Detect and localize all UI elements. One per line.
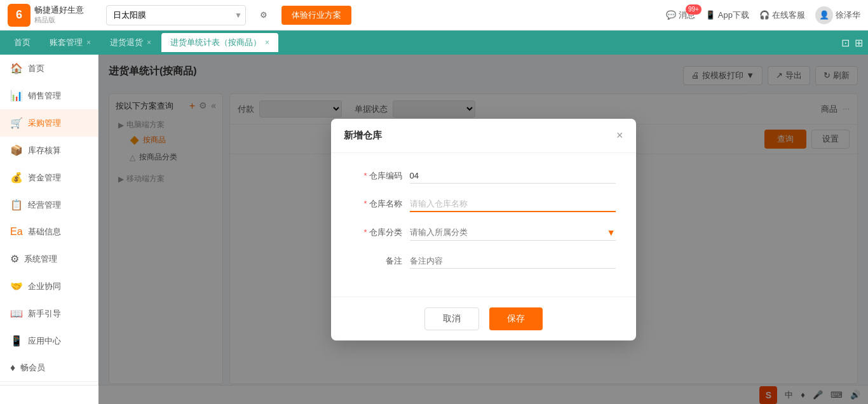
sidebar-item-inventory[interactable]: 📦 库存核算 [0, 137, 98, 164]
sales-icon: 📊 [10, 90, 23, 102]
message-btn[interactable]: 💬 消息 99+ [666, 10, 695, 21]
sidebar-inventory-label: 库存核算 [28, 145, 61, 156]
sidebar-system-label: 系统管理 [24, 253, 57, 265]
modal-close-btn[interactable]: × [616, 129, 623, 142]
user-area[interactable]: 👤 徐泽华 [815, 6, 860, 24]
message-badge: 99+ [686, 4, 702, 15]
sidebar-management-label: 经营管理 [28, 199, 61, 211]
settings-icon[interactable]: ⚙ [254, 5, 274, 25]
tab-purchase-return-close[interactable]: × [147, 38, 151, 47]
tab-account-close[interactable]: × [86, 38, 91, 47]
appstore-icon: 📱 [10, 335, 23, 347]
tab-account[interactable]: 账套管理 × [41, 33, 100, 52]
inventory-icon: 📦 [10, 144, 23, 156]
sidebar-item-member[interactable]: ♦ 畅会员 [0, 354, 98, 381]
code-input[interactable] [410, 168, 616, 184]
form-row-category: 仓库分类 ▼ [351, 225, 616, 241]
tab-account-label: 账套管理 [50, 37, 83, 48]
name-input[interactable] [410, 196, 616, 212]
sidebar-item-basic-info[interactable]: Ea 基础信息 [0, 219, 98, 245]
avatar: 👤 [815, 6, 833, 24]
tab-home-label: 首页 [14, 37, 31, 48]
username: 徐泽华 [836, 10, 860, 21]
modal-header: 新增仓库 × [331, 119, 636, 153]
name-label: 仓库名称 [351, 198, 402, 210]
sidebar-item-enterprise[interactable]: 🤝 企业协同 [0, 273, 98, 300]
sidebar-item-guide[interactable]: 📖 新手引导 [0, 300, 98, 327]
experience-btn[interactable]: 体验行业方案 [281, 6, 351, 25]
purchase-icon: 🛒 [10, 117, 23, 129]
sidebar-item-home[interactable]: 🏠 首页 [0, 55, 98, 82]
message-icon: 💬 [666, 10, 676, 20]
sidebar-purchase-label: 采购管理 [28, 118, 61, 129]
app-download-btn[interactable]: 📱 App下载 [705, 10, 749, 21]
tab-purchase-return[interactable]: 进货退货 × [101, 33, 160, 52]
sidebar-item-sales[interactable]: 📊 销售管理 [0, 82, 98, 109]
tab-restore-icon[interactable]: ⊡ [841, 37, 850, 49]
top-header: 6 畅捷通好生意 精品版 ▼ ⚙ 体验行业方案 💬 消息 99+ 📱 App下载… [0, 0, 868, 30]
basic-info-icon: Ea [10, 226, 23, 238]
tab-expand-icon[interactable]: ⊞ [855, 37, 863, 49]
tab-purchase-return-label: 进货退货 [110, 37, 143, 48]
modal-body: 仓库编码 仓库名称 仓库分类 ▼ [331, 153, 636, 297]
cancel-btn[interactable]: 取消 [424, 307, 479, 330]
guide-icon: 📖 [10, 307, 23, 320]
code-label: 仓库编码 [351, 170, 402, 182]
sidebar-sales-label: 销售管理 [28, 90, 61, 102]
logo-icon: 6 [8, 4, 31, 27]
online-service-label: 在线客服 [772, 10, 805, 21]
note-input[interactable] [410, 253, 616, 269]
system-icon: ⚙ [10, 253, 19, 265]
sidebar-basic-info-label: 基础信息 [28, 226, 61, 238]
tab-purchase-stats-label: 进货单统计表（按商品） [170, 37, 261, 48]
home-icon: 🏠 [10, 62, 23, 74]
sidebar-guide-label: 新手引导 [28, 308, 61, 320]
modal-title: 新增仓库 [344, 130, 382, 142]
mobile-icon: 📱 [705, 10, 715, 20]
modal-footer: 取消 保存 [331, 297, 636, 340]
sidebar-item-purchase[interactable]: 🛒 采购管理 [0, 109, 98, 137]
modal-add-warehouse: 新增仓库 × 仓库编码 仓库名称 仓库分类 [331, 119, 636, 340]
app-dl-label: App下载 [718, 10, 749, 21]
sidebar-finance-label: 资金管理 [28, 172, 61, 184]
content-area: 进货单统计(按商品) 🖨 按模板打印 ▼ ↗ 导出 ↻ 刷新 [98, 55, 868, 404]
tab-bar: 首页 账套管理 × 进货退货 × 进货单统计表（按商品） × ⊡ ⊞ [0, 30, 868, 55]
enterprise-icon: 🤝 [10, 280, 23, 292]
category-label: 仓库分类 [351, 227, 402, 238]
form-row-code: 仓库编码 [351, 168, 616, 184]
sidebar-enterprise-label: 企业协同 [28, 281, 61, 292]
sidebar-member-label: 畅会员 [20, 362, 45, 374]
tab-icons: ⊡ ⊞ [841, 37, 863, 49]
online-service-btn[interactable]: 🎧 在线客服 [759, 10, 805, 21]
sidebar-item-finance[interactable]: 💰 资金管理 [0, 164, 98, 191]
modal-overlay: 新增仓库 × 仓库编码 仓库名称 仓库分类 [98, 55, 868, 404]
note-label: 备注 [351, 255, 402, 267]
sidebar: 🏠 首页 📊 销售管理 🛒 采购管理 📦 库存核算 💰 资金管理 📋 经营管理 … [0, 55, 98, 404]
sidebar-item-management[interactable]: 📋 经营管理 [0, 191, 98, 219]
sidebar-home-label: 首页 [28, 63, 44, 74]
app-name: 畅捷通好生意 [34, 5, 84, 16]
form-row-note: 备注 [351, 253, 616, 269]
category-input[interactable] [410, 227, 607, 237]
app-sub: 精品版 [34, 15, 84, 25]
header-right: 💬 消息 99+ 📱 App下载 🎧 在线客服 👤 徐泽华 [666, 6, 860, 24]
member-icon: ♦ [10, 362, 15, 374]
category-dropdown-icon[interactable]: ▼ [607, 227, 616, 238]
category-select[interactable]: ▼ [410, 225, 616, 241]
sidebar-item-appstore[interactable]: 📱 应用中心 [0, 327, 98, 354]
sidebar-item-system[interactable]: ⚙ 系统管理 [0, 245, 98, 273]
finance-icon: 💰 [10, 172, 23, 184]
header-search-area: ▼ [106, 5, 246, 25]
search-input[interactable] [106, 5, 246, 25]
search-dropdown-icon[interactable]: ▼ [234, 11, 242, 20]
management-icon: 📋 [10, 199, 23, 211]
sidebar-appstore-label: 应用中心 [28, 335, 61, 347]
tab-home[interactable]: 首页 [5, 33, 39, 52]
headset-icon: 🎧 [759, 10, 770, 20]
main-layout: 🏠 首页 📊 销售管理 🛒 采购管理 📦 库存核算 💰 资金管理 📋 经营管理 … [0, 55, 868, 404]
tab-purchase-stats[interactable]: 进货单统计表（按商品） × [161, 33, 278, 52]
save-btn[interactable]: 保存 [489, 307, 543, 330]
tab-purchase-stats-close[interactable]: × [265, 38, 269, 47]
form-row-name: 仓库名称 [351, 196, 616, 212]
logo-area: 6 畅捷通好生意 精品版 [8, 4, 106, 27]
